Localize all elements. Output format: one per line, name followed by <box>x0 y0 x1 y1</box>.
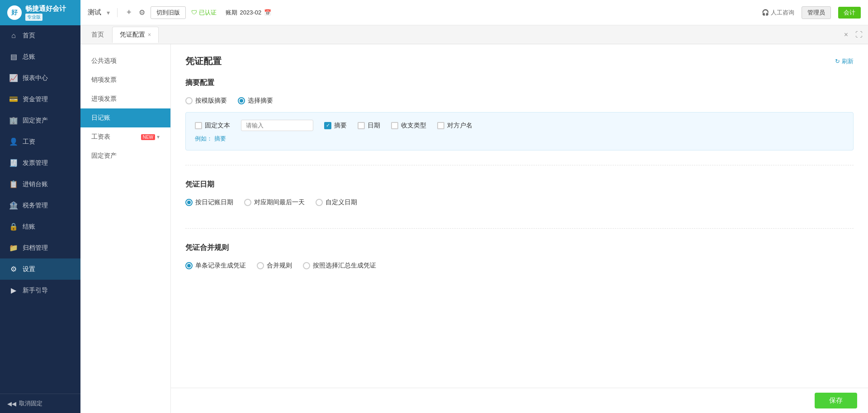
archive-icon: 📁 <box>9 244 18 252</box>
save-button[interactable]: 保存 <box>815 393 857 408</box>
summary-label: 摘要 <box>334 122 347 130</box>
left-nav: 公共选项 销项发票 进项发票 日记账 工资表 NEW ▾ 固定资产 <box>80 44 171 413</box>
tab-home[interactable]: 首页 <box>84 27 111 42</box>
tabbar: 首页 凭证配置 × × ⛶ <box>80 25 868 44</box>
payroll-label: 工资表 <box>91 133 110 141</box>
checkbox-date[interactable]: 日期 <box>358 122 380 130</box>
settings-icon: ⚙ <box>9 265 18 273</box>
radio-circle-select <box>238 97 245 104</box>
radio-journal-date[interactable]: 按日记账日期 <box>185 198 233 206</box>
sidebar-item-label-tax: 税务管理 <box>23 202 48 210</box>
single-label: 单条记录生成凭证 <box>195 262 246 270</box>
checkbox-box-fixed-text <box>195 122 202 129</box>
fixed-text-input[interactable] <box>241 120 313 131</box>
sidebar-item-tax[interactable]: 🏦 税务管理 <box>0 195 80 216</box>
new-badge: NEW <box>141 134 155 140</box>
sidebar-item-label-home: 首页 <box>23 32 35 40</box>
income-type-label: 收支类型 <box>401 122 426 130</box>
pin-toggle[interactable]: ◀◀ 取消固定 <box>7 399 73 408</box>
sidebar-scroll: ⌂ 首页 ▤ 总账 📈 报表中心 💳 资金管理 🏢 固定资产 👤 工资 <box>0 25 80 394</box>
sidebar-item-guide[interactable]: ▶ 新手引导 <box>0 280 80 301</box>
add-company-button[interactable]: + <box>125 6 133 19</box>
pin-label: 取消固定 <box>19 399 42 408</box>
content-area: 公共选项 销项发票 进项发票 日记账 工资表 NEW ▾ 固定资产 <box>80 44 868 413</box>
radio-select-merge[interactable]: 按照选择汇总生成凭证 <box>303 262 376 270</box>
sidebar-item-fixed[interactable]: 🏢 固定资产 <box>0 110 80 131</box>
sidebar-item-label-fixed: 固定资产 <box>23 117 48 125</box>
date-label: 日期 <box>368 122 380 130</box>
gear-button[interactable]: ⚙ <box>139 8 145 17</box>
period-label: 账期 <box>226 9 237 17</box>
company-dropdown[interactable]: ▾ <box>107 9 110 16</box>
checkbox-counterpart[interactable]: 对方户名 <box>437 122 472 130</box>
sidebar: 好 畅捷通好会计 专业版 ⌂ 首页 ▤ 总账 📈 报表中心 💳 资金管理 <box>0 0 80 413</box>
summary-radio-group: 按模版摘要 选择摘要 <box>185 97 854 105</box>
sidebar-item-close-accounts[interactable]: 🔒 结账 <box>0 216 80 237</box>
sidebar-item-label-invoice: 发票管理 <box>23 159 48 167</box>
sidebar-item-inout[interactable]: 📋 进销台账 <box>0 174 80 195</box>
report-icon: 📈 <box>9 74 18 82</box>
summary-title: 摘要配置 <box>185 78 854 88</box>
radio-template[interactable]: 按模版摘要 <box>185 97 227 105</box>
close-accounts-icon: 🔒 <box>9 222 18 231</box>
refresh-button[interactable]: ↻ 刷新 <box>835 57 854 66</box>
left-nav-purchase[interactable]: 进项发票 <box>80 89 170 108</box>
close-tab-button[interactable]: × <box>842 29 850 41</box>
example-text-row: 例如： 摘要 <box>195 135 844 143</box>
radio-template-label: 按模版摘要 <box>195 97 227 105</box>
radio-circle-period-last <box>244 199 251 206</box>
checkbox-row-1: 固定文本 摘要 日期 <box>195 120 844 131</box>
counterpart-label: 对方户名 <box>447 122 472 130</box>
merge-title: 凭证合并规则 <box>185 243 854 253</box>
tab-close-icon[interactable]: × <box>148 32 151 38</box>
left-nav-sales[interactable]: 销项发票 <box>80 70 170 89</box>
calendar-icon[interactable]: 📅 <box>264 9 271 16</box>
sidebar-item-report[interactable]: 📈 报表中心 <box>0 67 80 89</box>
tab-voucher-label: 凭证配置 <box>120 31 145 39</box>
radio-select[interactable]: 选择摘要 <box>238 97 273 105</box>
fund-icon: 💳 <box>9 95 18 103</box>
sidebar-item-home[interactable]: ⌂ 首页 <box>0 25 80 46</box>
sidebar-item-label-guide: 新手引导 <box>23 286 48 295</box>
custom-date-label: 自定义日期 <box>326 198 357 206</box>
radio-merge-rule[interactable]: 合并规则 <box>257 262 292 270</box>
radio-single[interactable]: 单条记录生成凭证 <box>185 262 246 270</box>
sidebar-item-label-settings: 设置 <box>23 265 35 273</box>
period-value: 2023-02 <box>240 9 262 16</box>
left-nav-public[interactable]: 公共选项 <box>80 52 170 70</box>
checkbox-summary[interactable]: 摘要 <box>324 122 347 130</box>
arrow-icon: ▾ <box>157 134 160 140</box>
sidebar-item-ledger[interactable]: ▤ 总账 <box>0 46 80 67</box>
guide-icon: ▶ <box>9 286 18 295</box>
radio-circle-template <box>185 97 193 104</box>
left-nav-journal[interactable]: 日记账 <box>80 108 170 127</box>
service-button[interactable]: 🎧 人工咨询 <box>762 9 794 17</box>
tab-actions: × ⛶ <box>842 29 864 41</box>
sidebar-item-salary[interactable]: 👤 工资 <box>0 131 80 152</box>
inout-icon: 📋 <box>9 180 18 188</box>
radio-period-last[interactable]: 对应期间最后一天 <box>244 198 305 206</box>
tab-voucher-config[interactable]: 凭证配置 × <box>112 27 159 43</box>
sidebar-item-label-inout: 进销台账 <box>23 180 48 188</box>
left-nav-payroll[interactable]: 工资表 NEW ▾ <box>80 127 170 146</box>
sidebar-item-settings[interactable]: ⚙ 设置 <box>0 258 80 280</box>
sidebar-item-label-archive: 归档管理 <box>23 244 48 252</box>
fullscreen-button[interactable]: ⛶ <box>854 29 864 41</box>
company-name: 测试 <box>88 8 101 17</box>
logo-text-group: 畅捷通好会计 专业版 <box>25 5 66 21</box>
radio-circle-single <box>185 262 193 269</box>
checkbox-fixed-text[interactable]: 固定文本 <box>195 122 230 130</box>
checkbox-box-income-type <box>391 122 398 129</box>
radio-custom-date[interactable]: 自定义日期 <box>316 198 357 206</box>
checkbox-income-type[interactable]: 收支类型 <box>391 122 426 130</box>
left-nav-fixed-assets[interactable]: 固定资产 <box>80 146 170 165</box>
sidebar-item-archive[interactable]: 📁 归档管理 <box>0 237 80 258</box>
sidebar-item-invoice[interactable]: 🧾 发票管理 <box>0 152 80 174</box>
sidebar-item-fund[interactable]: 💳 资金管理 <box>0 89 80 110</box>
switch-version-button[interactable]: 切到旧版 <box>151 6 186 19</box>
right-content: 凭证配置 ↻ 刷新 摘要配置 按模版摘要 <box>171 44 868 388</box>
user-button[interactable]: 管理员 <box>802 6 831 19</box>
certified-status: 🛡 已认证 <box>191 9 217 17</box>
sidebar-item-label-close: 结账 <box>23 223 35 231</box>
refresh-icon: ↻ <box>835 58 840 65</box>
